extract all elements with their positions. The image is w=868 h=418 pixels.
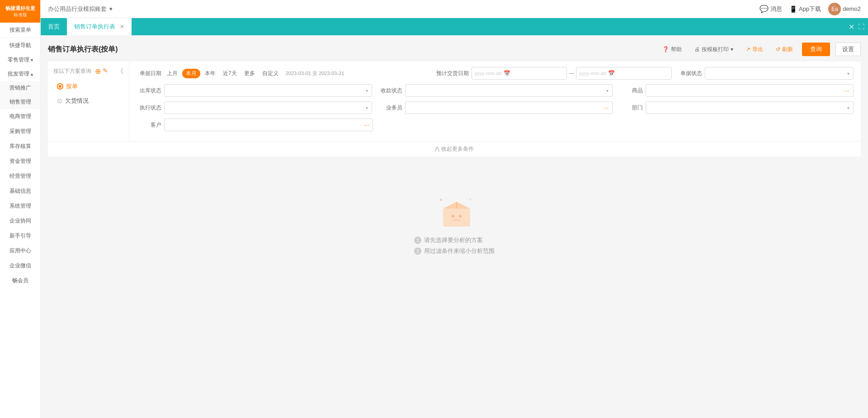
scheme-by-order-label: 按单 bbox=[66, 82, 78, 90]
message-btn[interactable]: 💬 消息 bbox=[760, 5, 782, 13]
sidebar-item-finance[interactable]: 资金管理 bbox=[0, 154, 40, 169]
filter-scheme-panel: 按以下方案查询 ⊕ ✎ 《 按单 ⊙ bbox=[48, 62, 129, 141]
hint-text-2: 用过滤条件来缩小分析范围 bbox=[424, 247, 495, 255]
industry-name: 办公用品行业模拟账套 bbox=[48, 5, 107, 13]
industry-selector[interactable]: 办公用品行业模拟账套 ▾ bbox=[48, 5, 113, 13]
tab-sales-exec[interactable]: 销售订单执行表 ✕ bbox=[67, 18, 132, 35]
page-actions: ❓ 帮助 🖨 按模板打印 ▾ ↗ 导出 ↺ 刷新 bbox=[659, 43, 861, 56]
exec-status-label: 执行状态 bbox=[137, 104, 161, 112]
order-status-select[interactable]: ▾ bbox=[705, 67, 854, 80]
help-btn[interactable]: ❓ 帮助 bbox=[659, 44, 685, 55]
salesperson-multi-btn[interactable]: ··· bbox=[405, 101, 613, 114]
filter-item-exec-status: 执行状态 ▾ bbox=[137, 101, 372, 114]
out-status-select[interactable]: ▾ bbox=[164, 84, 372, 97]
date-tab-last-month[interactable]: 上月 bbox=[164, 69, 180, 78]
refresh-btn[interactable]: ↺ 刷新 bbox=[772, 44, 797, 55]
filter-item-receive-status: 收款状态 ▾ bbox=[377, 84, 613, 97]
svg-text:✦: ✦ bbox=[463, 222, 467, 226]
date-tabs: 上月 本月 本年 近7天 更多 自定义 bbox=[164, 69, 281, 78]
empty-hint-1: 1 请先选择要分析的方案 bbox=[414, 236, 483, 244]
sidebar-item-system[interactable]: 系统管理 bbox=[0, 199, 40, 214]
expected-date-start[interactable]: yyyy-mm-dd 📅 bbox=[472, 67, 567, 80]
sidebar-item-quick-nav[interactable]: 快捷导航 bbox=[0, 38, 40, 53]
page-header: 销售订单执行表(按单) ❓ 帮助 🖨 按模板打印 ▾ ↗ 导出 bbox=[48, 43, 861, 56]
add-scheme-btn[interactable]: ⊕ bbox=[95, 67, 101, 76]
sidebar-search[interactable]: 搜索菜单 bbox=[0, 23, 40, 38]
finance-label: 资金管理 bbox=[9, 157, 31, 165]
date-tab-this-year[interactable]: 本年 bbox=[202, 69, 218, 78]
scheme-item-by-order[interactable]: 按单 bbox=[48, 79, 129, 94]
scheme-shortage-icon: ⊙ bbox=[57, 97, 62, 104]
exec-status-select[interactable]: ▾ bbox=[164, 101, 372, 114]
date-tab-last-7[interactable]: 近7天 bbox=[220, 69, 240, 78]
tab-close-btn[interactable]: ✕ bbox=[120, 24, 124, 30]
avatar: Ea bbox=[828, 3, 841, 15]
sidebar-item-operation[interactable]: 经营管理 bbox=[0, 169, 40, 184]
phone-icon: 📱 bbox=[789, 5, 797, 13]
tab-sales-exec-label: 销售订单执行表 bbox=[74, 23, 115, 31]
tab-home[interactable]: 首页 bbox=[41, 18, 67, 35]
tab-bar-actions: ✕ ⛶ bbox=[849, 23, 868, 31]
sidebar-item-purchase[interactable]: 采购管理 bbox=[0, 124, 40, 139]
tab-expand-btn[interactable]: ⛶ bbox=[858, 23, 864, 30]
app-logo[interactable]: 畅捷通好生意 标准版 bbox=[0, 0, 41, 23]
product-multi-btn[interactable]: ··· bbox=[646, 84, 854, 97]
enterprise-label: 企业协同 bbox=[9, 217, 31, 225]
export-btn[interactable]: ↗ 导出 bbox=[742, 44, 767, 55]
operation-label: 经营管理 bbox=[9, 172, 31, 180]
expected-date-end-text: yyyy-mm-dd bbox=[579, 71, 606, 76]
svg-point-7 bbox=[459, 215, 462, 218]
date-tab-more[interactable]: 更多 bbox=[241, 69, 258, 78]
filter-panel: 按以下方案查询 ⊕ ✎ 《 按单 ⊙ bbox=[48, 62, 861, 141]
refresh-icon: ↺ bbox=[776, 46, 780, 52]
industry-dropdown-icon: ▾ bbox=[109, 5, 113, 12]
sidebar-item-inventory[interactable]: 库存核算 bbox=[0, 139, 40, 154]
page-title: 销售订单执行表(按单) bbox=[48, 45, 118, 54]
template-print-arrow: ▾ bbox=[731, 46, 733, 52]
sidebar-item-enterprise-wechat[interactable]: 企业微信 bbox=[0, 258, 40, 273]
sidebar-item-basic-info[interactable]: 基础信息 bbox=[0, 184, 40, 199]
empty-hint-2: 2 用过滤条件来缩小分析范围 bbox=[414, 247, 495, 255]
app-download-btn[interactable]: 📱 App下载 bbox=[789, 5, 821, 13]
date-dash: — bbox=[569, 70, 574, 76]
hint-num-1: 1 bbox=[414, 237, 421, 244]
filter-scheme-title: 按以下方案查询 ⊕ ✎ 《 bbox=[48, 67, 129, 79]
sidebar-item-enterprise[interactable]: 企业协同 bbox=[0, 214, 40, 228]
date-tab-custom[interactable]: 自定义 bbox=[259, 69, 281, 78]
dept-label: 部门 bbox=[618, 104, 643, 112]
sidebar-item-app-center[interactable]: 应用中心 bbox=[0, 243, 40, 258]
filter-item-salesperson: 业务员 ··· bbox=[377, 101, 613, 114]
settings-btn[interactable]: 设置 bbox=[835, 43, 861, 56]
receive-status-label: 收款状态 bbox=[377, 87, 402, 95]
collapse-bar[interactable]: ⋀ 收起更多条件 bbox=[48, 141, 861, 157]
hint-text-1: 请先选择要分析的方案 bbox=[424, 236, 483, 244]
scheme-item-shortage[interactable]: ⊙ 欠货情况 bbox=[48, 94, 129, 108]
template-print-btn[interactable]: 🖨 按模板打印 ▾ bbox=[691, 44, 737, 55]
customer-multi-btn[interactable]: ··· bbox=[164, 119, 373, 131]
help-label: 帮助 bbox=[671, 46, 682, 53]
export-label: 导出 bbox=[752, 46, 763, 53]
sidebar-item-vip[interactable]: 畅会员 bbox=[0, 273, 40, 288]
chevron-up-icon: ▴ bbox=[31, 71, 33, 76]
header-actions: 💬 消息 📱 App下载 Ea demo2 bbox=[760, 3, 861, 15]
edit-scheme-btn[interactable]: ✎ bbox=[103, 67, 108, 76]
sidebar-item-retail[interactable]: 零售管理 ▾ bbox=[0, 53, 40, 67]
sidebar-item-marketing[interactable]: 营销推广 bbox=[0, 81, 40, 95]
user-profile-btn[interactable]: Ea demo2 bbox=[828, 3, 861, 15]
expected-date-end[interactable]: yyyy-mm-dd 📅 bbox=[576, 67, 671, 80]
question-icon: ❓ bbox=[662, 46, 669, 52]
date-tab-this-month[interactable]: 本月 bbox=[182, 69, 200, 78]
dept-select[interactable]: ▾ bbox=[646, 101, 854, 114]
sidebar-item-new-guide[interactable]: 新手引导 bbox=[0, 228, 40, 243]
query-btn[interactable]: 查询 bbox=[802, 43, 830, 56]
sidebar-item-sales-mgmt[interactable]: 销售管理 bbox=[0, 95, 40, 109]
date-label: 单据日期 bbox=[137, 70, 161, 77]
receive-status-select[interactable]: ▾ bbox=[405, 84, 613, 97]
page-container: 销售订单执行表(按单) ❓ 帮助 🖨 按模板打印 ▾ ↗ 导出 bbox=[41, 35, 868, 299]
collapse-scheme-btn[interactable]: 《 bbox=[117, 67, 123, 76]
enterprise-wechat-label: 企业微信 bbox=[9, 262, 31, 270]
tab-close-all-btn[interactable]: ✕ bbox=[849, 23, 854, 31]
sidebar-item-wholesale[interactable]: 批发管理 ▴ bbox=[0, 67, 40, 81]
sidebar-item-ecommerce[interactable]: 电商管理 bbox=[0, 109, 40, 124]
main-area: 办公用品行业模拟账套 ▾ 💬 消息 📱 App下载 Ea demo2 首页 bbox=[41, 0, 868, 418]
